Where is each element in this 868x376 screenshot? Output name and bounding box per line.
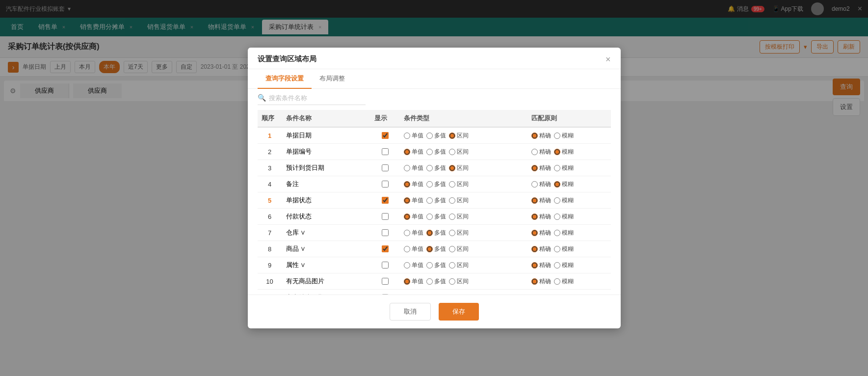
match-fuzzy-radio[interactable] (554, 181, 560, 188)
condtype-range-label[interactable]: 区间 (449, 132, 469, 140)
match-exact-label[interactable]: 精确 (531, 196, 551, 205)
match-exact-radio[interactable] (531, 230, 538, 236)
condtype-range-label[interactable]: 区间 (449, 277, 469, 286)
condtype-range-radio[interactable] (449, 230, 455, 236)
match-exact-label[interactable]: 精确 (531, 213, 551, 221)
condtype-range-label[interactable]: 区间 (449, 261, 469, 269)
match-exact-label[interactable]: 精确 (531, 294, 551, 295)
condtype-range-radio[interactable] (449, 214, 455, 220)
match-fuzzy-label[interactable]: 模糊 (554, 261, 574, 269)
condtype-range-radio[interactable] (449, 278, 455, 285)
condtype-single-radio[interactable] (404, 230, 410, 236)
condtype-range-label[interactable]: 区间 (449, 148, 469, 156)
condtype-single-radio[interactable] (404, 197, 410, 204)
condtype-range-radio[interactable] (449, 181, 455, 188)
match-fuzzy-label[interactable]: 模糊 (554, 245, 574, 253)
condtype-single-radio[interactable] (404, 133, 410, 139)
condtype-range-radio[interactable] (449, 262, 455, 269)
condtype-single-radio[interactable] (404, 181, 410, 188)
match-fuzzy-label[interactable]: 模糊 (554, 164, 574, 172)
display-checkbox[interactable] (382, 213, 389, 220)
match-exact-radio[interactable] (531, 149, 538, 155)
condtype-multi-label[interactable]: 多值 (426, 245, 446, 253)
condtype-range-label[interactable]: 区间 (449, 164, 469, 172)
condtype-single-radio[interactable] (404, 149, 410, 155)
match-fuzzy-radio[interactable] (554, 214, 560, 220)
match-fuzzy-label[interactable]: 模糊 (554, 196, 574, 205)
condtype-range-label[interactable]: 区间 (449, 294, 469, 295)
condtype-range-radio[interactable] (449, 295, 455, 295)
condtype-multi-radio[interactable] (426, 181, 433, 188)
match-exact-radio[interactable] (531, 214, 538, 220)
tab-query-fields[interactable]: 查询字段设置 (258, 69, 312, 89)
condtype-multi-radio[interactable] (426, 295, 433, 295)
match-fuzzy-radio[interactable] (554, 262, 560, 269)
condtype-single-radio[interactable] (404, 214, 410, 220)
match-exact-radio[interactable] (531, 133, 538, 139)
match-fuzzy-label[interactable]: 模糊 (554, 148, 574, 156)
condtype-single-radio[interactable] (404, 165, 410, 171)
condtype-single-label[interactable]: 单值 (404, 277, 423, 286)
condtype-multi-radio[interactable] (426, 246, 433, 252)
condtype-multi-radio[interactable] (426, 149, 433, 155)
condtype-single-label[interactable]: 单值 (404, 164, 423, 172)
condtype-range-label[interactable]: 区间 (449, 213, 469, 221)
save-button[interactable]: 保存 (439, 303, 479, 321)
match-exact-label[interactable]: 精确 (531, 180, 551, 188)
condtype-single-radio[interactable] (404, 278, 410, 285)
match-exact-label[interactable]: 精确 (531, 132, 551, 140)
match-fuzzy-label[interactable]: 模糊 (554, 180, 574, 188)
match-exact-radio[interactable] (531, 197, 538, 204)
display-checkbox[interactable] (382, 294, 389, 295)
match-fuzzy-radio[interactable] (554, 149, 560, 155)
condtype-range-label[interactable]: 区间 (449, 196, 469, 205)
match-fuzzy-radio[interactable] (554, 165, 560, 171)
condtype-single-label[interactable]: 单值 (404, 180, 423, 188)
condtype-single-label[interactable]: 单值 (404, 294, 423, 295)
condtype-single-label[interactable]: 单值 (404, 148, 423, 156)
dialog-close-button[interactable]: × (605, 55, 611, 64)
condtype-multi-label[interactable]: 多值 (426, 294, 446, 295)
condtype-single-radio[interactable] (404, 295, 410, 295)
condtype-single-radio[interactable] (404, 246, 410, 252)
condtype-multi-radio[interactable] (426, 278, 433, 285)
search-input[interactable] (269, 94, 357, 102)
condtype-range-label[interactable]: 区间 (449, 180, 469, 188)
match-fuzzy-radio[interactable] (554, 197, 560, 204)
display-checkbox[interactable] (382, 181, 389, 188)
condtype-multi-label[interactable]: 多值 (426, 164, 446, 172)
display-checkbox[interactable] (382, 262, 389, 269)
match-exact-label[interactable]: 精确 (531, 245, 551, 253)
condtype-range-radio[interactable] (449, 149, 455, 155)
condtype-range-label[interactable]: 区间 (449, 229, 469, 237)
condtype-multi-radio[interactable] (426, 262, 433, 269)
match-fuzzy-label[interactable]: 模糊 (554, 277, 574, 286)
match-fuzzy-radio[interactable] (554, 133, 560, 139)
match-fuzzy-radio[interactable] (554, 246, 560, 252)
condtype-single-label[interactable]: 单值 (404, 229, 423, 237)
condtype-range-label[interactable]: 区间 (449, 245, 469, 253)
match-exact-label[interactable]: 精确 (531, 277, 551, 286)
condtype-multi-radio[interactable] (426, 133, 433, 139)
match-fuzzy-label[interactable]: 模糊 (554, 229, 574, 237)
condtype-range-radio[interactable] (449, 165, 455, 171)
match-exact-radio[interactable] (531, 262, 538, 269)
condtype-multi-label[interactable]: 多值 (426, 277, 446, 286)
match-fuzzy-label[interactable]: 模糊 (554, 294, 574, 295)
condtype-multi-radio[interactable] (426, 165, 433, 171)
condtype-single-label[interactable]: 单值 (404, 261, 423, 269)
match-fuzzy-radio[interactable] (554, 295, 560, 295)
condtype-multi-label[interactable]: 多值 (426, 213, 446, 221)
display-checkbox[interactable] (382, 245, 389, 252)
display-checkbox[interactable] (382, 132, 389, 139)
match-fuzzy-radio[interactable] (554, 230, 560, 236)
condtype-single-label[interactable]: 单值 (404, 213, 423, 221)
cancel-button[interactable]: 取消 (390, 303, 431, 321)
match-exact-label[interactable]: 精确 (531, 229, 551, 237)
condtype-multi-label[interactable]: 多值 (426, 229, 446, 237)
display-checkbox[interactable] (382, 278, 389, 285)
display-checkbox[interactable] (382, 197, 389, 204)
match-fuzzy-radio[interactable] (554, 278, 560, 285)
condtype-multi-label[interactable]: 多值 (426, 180, 446, 188)
match-exact-label[interactable]: 精确 (531, 261, 551, 269)
